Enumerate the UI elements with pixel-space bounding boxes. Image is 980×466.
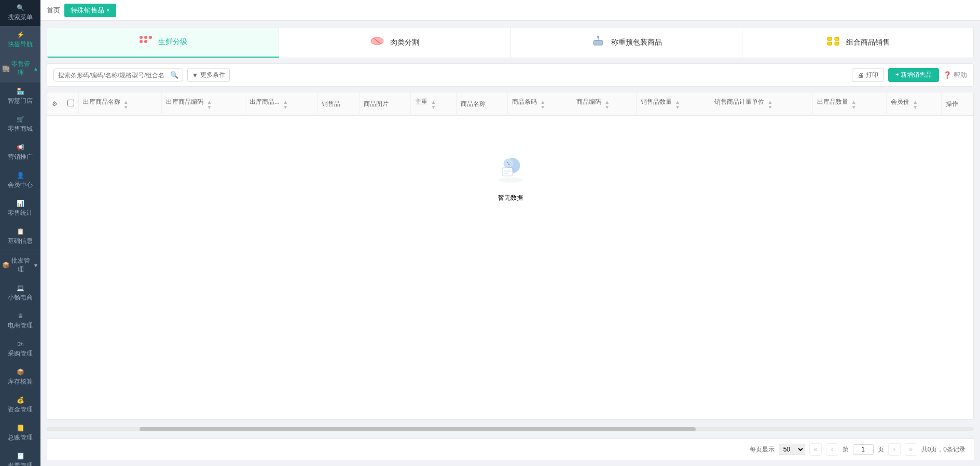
search-input[interactable] <box>58 72 167 79</box>
tab-combo-sales[interactable]: 组合商品销售 <box>742 28 974 58</box>
page-unit: 页 <box>878 445 884 454</box>
toolbar: 🔍 ▼ 更多条件 🖨 打印 + 新增销售品 ❓ 帮助 <box>47 63 974 87</box>
sidebar-section-wholesale: 📦 批发管理 ▼ 💻 小畅电商 🖥 电商管理 🛍 采购管理 📦 库存核算 💰 资… <box>0 251 40 466</box>
page-number-input[interactable] <box>853 444 874 455</box>
sidebar-item-wholesale-mgmt[interactable]: 📦 批发管理 ▼ <box>0 251 40 279</box>
svg-point-23 <box>507 163 509 165</box>
first-page-button[interactable]: « <box>809 443 822 456</box>
last-page-button[interactable]: » <box>905 443 917 456</box>
filter-icon: ▼ <box>192 72 198 79</box>
print-icon: 🖨 <box>858 72 864 79</box>
th-sales-product-label: 销售品 <box>322 100 340 107</box>
th-product-name[interactable]: 商品名称 <box>456 92 507 116</box>
sidebar-item-basic-info[interactable]: 📋 基础信息 <box>0 223 40 251</box>
th-product-image-label: 商品图片 <box>364 100 389 107</box>
sidebar-item-retail-mall[interactable]: 🛒 零售商城 <box>0 111 40 139</box>
svg-point-2 <box>149 36 152 39</box>
help-label: 帮助 <box>954 71 967 79</box>
inventory-icon: 📦 <box>17 368 24 376</box>
tab-fresh-grade[interactable]: 生鲜分级 <box>47 28 279 58</box>
combo-sales-label: 组合商品销售 <box>846 38 890 47</box>
sidebar-item-invoice-mgmt[interactable]: 🧾 发票管理 <box>0 447 40 466</box>
prev-page-icon: ‹ <box>831 446 833 453</box>
th-main-weight[interactable]: 主重 ▲▼ <box>411 92 456 116</box>
sidebar-search[interactable]: 🔍 搜索菜单 <box>0 0 40 26</box>
sidebar-item-member-center[interactable]: 👤 会员中心 <box>0 167 40 195</box>
sidebar-item-finance-mgmt[interactable]: 💰 资金管理 <box>0 391 40 419</box>
th-sales-unit[interactable]: 销售商品计量单位 ▲▼ <box>710 92 812 116</box>
ecom-mgmt-icon: 🖥 <box>17 312 23 320</box>
empty-state-row: 暂无数据 <box>47 116 973 234</box>
sidebar-item-ecom-mgmt[interactable]: 🖥 电商管理 <box>0 307 40 335</box>
retail-mall-label: 零售商城 <box>8 125 33 133</box>
th-member-price[interactable]: 会员价 ▲▼ <box>886 92 941 116</box>
empty-state: 暂无数据 <box>47 116 973 234</box>
th-sales-unit-label: 销售商品计量单位 <box>714 98 764 105</box>
sidebar: 🔍 搜索菜单 ⚡ 快捷导航 🏬 零售管理 ▲ 🏪 智慧门店 🛒 零售商城 📢 营… <box>0 0 40 466</box>
help-button[interactable]: ❓ 帮助 <box>943 71 967 80</box>
th-out-qty[interactable]: 出库品数量 ▲▼ <box>812 92 886 116</box>
sidebar-item-general-ledger[interactable]: 📒 总账管理 <box>0 419 40 447</box>
th-product-code[interactable]: 商品编码 ▲▼ <box>572 92 636 116</box>
last-page-icon: » <box>909 446 913 453</box>
th-product-barcode-label: 商品条码 <box>512 98 537 105</box>
close-tab-icon[interactable]: × <box>106 7 110 14</box>
tab-weight-pack[interactable]: 称重预包装商品 <box>510 28 742 58</box>
th-out-product-name[interactable]: 出库商品名称 ▲▼ <box>78 92 162 116</box>
smart-store-label: 智慧门店 <box>8 97 33 105</box>
svg-point-21 <box>507 162 508 163</box>
active-tab[interactable]: 特殊销售品 × <box>64 4 116 17</box>
th-settings[interactable]: ⚙ <box>47 92 63 116</box>
select-all-checkbox[interactable] <box>67 100 74 106</box>
finance-mgmt-label: 资金管理 <box>8 405 33 414</box>
combo-sales-icon <box>825 35 841 50</box>
sidebar-item-retail-mgmt[interactable]: 🏬 零售管理 ▲ <box>0 54 40 83</box>
svg-point-3 <box>140 40 143 43</box>
th-product-barcode[interactable]: 商品条码 ▲▼ <box>507 92 572 116</box>
feature-tabs: 生鲜分级 肉类分割 <box>47 27 974 58</box>
empty-state-illustration <box>490 147 531 188</box>
retail-stats-label: 零售统计 <box>8 209 33 217</box>
mini-ecom-label: 小畅电商 <box>8 293 33 302</box>
sidebar-item-smart-store[interactable]: 🏪 智慧门店 <box>0 83 40 111</box>
help-icon: ❓ <box>943 71 951 79</box>
th-out-qty-label: 出库品数量 <box>817 98 848 105</box>
th-out-product-code[interactable]: 出库商品编码 ▲▼ <box>162 92 245 116</box>
print-button[interactable]: 🖨 打印 <box>852 68 884 82</box>
th-product-image[interactable]: 商品图片 <box>360 92 411 116</box>
data-table: ⚙ 出库商品名称 ▲▼ 出库商品编码 ▲▼ 出库 <box>47 92 973 234</box>
tab-meat-cut[interactable]: 肉类分割 <box>279 28 511 58</box>
meat-cut-label: 肉类分割 <box>390 38 419 47</box>
add-sales-item-button[interactable]: + 新增销售品 <box>888 68 939 82</box>
th-action-label: 操作 <box>946 100 958 107</box>
chevron-down-icon: ▲ <box>33 66 38 72</box>
th-out-product-extra[interactable]: 出库商品... ▲▼ <box>245 92 317 116</box>
th-action[interactable]: 操作 <box>941 92 973 116</box>
sidebar-item-inventory[interactable]: 📦 库存核算 <box>0 363 40 391</box>
inventory-label: 库存核算 <box>8 377 33 386</box>
sidebar-item-mini-ecom[interactable]: 💻 小畅电商 <box>0 279 40 307</box>
sidebar-item-purchase-mgmt[interactable]: 🛍 采购管理 <box>0 335 40 363</box>
wholesale-mgmt-label: 批发管理 <box>11 256 30 274</box>
toolbar-right: 🖨 打印 + 新增销售品 ❓ 帮助 <box>852 68 967 82</box>
sidebar-item-sales-promo[interactable]: 📢 营销推广 <box>0 139 40 167</box>
sort-arrows: ▲▼ <box>123 100 129 110</box>
search-box[interactable]: 🔍 <box>53 68 183 81</box>
filter-button[interactable]: ▼ 更多条件 <box>187 68 230 82</box>
add-label: + 新增销售品 <box>895 71 932 79</box>
th-checkbox[interactable] <box>63 92 78 116</box>
search-icon: 🔍 <box>170 71 178 79</box>
sidebar-item-retail-stats[interactable]: 📊 零售统计 <box>0 195 40 223</box>
sort-arrows-5: ▲▼ <box>540 100 545 110</box>
member-center-icon: 👤 <box>17 172 24 179</box>
th-sales-product[interactable]: 销售品 <box>318 92 360 116</box>
smart-store-icon: 🏪 <box>17 88 24 95</box>
home-breadcrumb[interactable]: 首页 <box>47 6 60 15</box>
prev-page-button[interactable]: ‹ <box>826 443 838 456</box>
th-product-name-label: 商品名称 <box>461 100 486 107</box>
per-page-select[interactable]: 50 10 20 100 <box>779 444 805 455</box>
next-page-button[interactable]: › <box>888 443 901 456</box>
sidebar-item-quick-nav[interactable]: ⚡ 快捷导航 <box>0 26 40 54</box>
th-sales-qty[interactable]: 销售品数量 ▲▼ <box>636 92 710 116</box>
horizontal-scroll[interactable] <box>47 427 974 431</box>
